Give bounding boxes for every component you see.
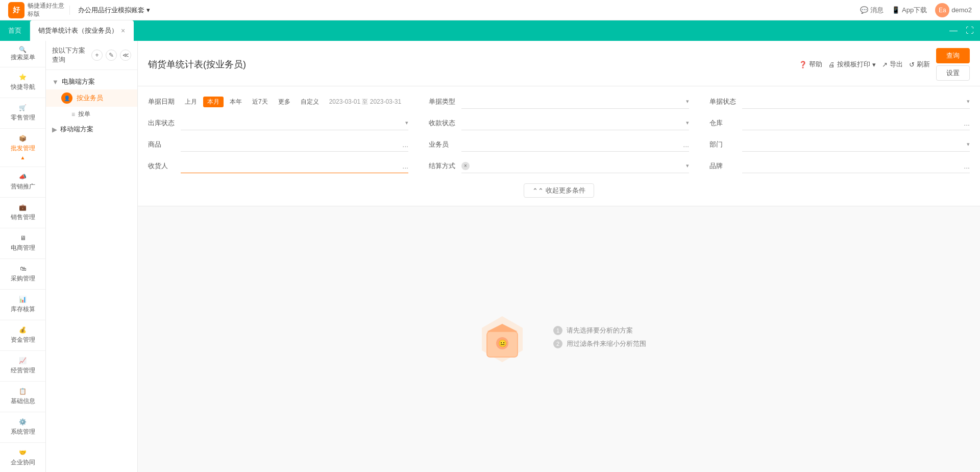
- tree-sub-item-order-label: 按单: [78, 110, 90, 119]
- order-scheme-icon: ≡: [71, 111, 75, 118]
- export-icon: ↗: [882, 61, 888, 68]
- tree-group-mobile-label: 移动端方案: [60, 125, 93, 134]
- settlement-clear-icon[interactable]: ×: [461, 162, 470, 170]
- filter-row-2: 出库状态 ▾ 收款状态 ▾ 仓库: [148, 116, 970, 130]
- recipient-dots-icon[interactable]: ...: [402, 162, 408, 170]
- tab-active-label: 销货单统计表（按业务员）: [38, 26, 118, 35]
- settlement-arrow-icon: ▾: [686, 162, 689, 169]
- warehouse-dots-icon[interactable]: ...: [964, 119, 970, 127]
- sidebar-item-marketing[interactable]: 📣 营销推广: [0, 167, 45, 198]
- filter-row-4: 收货人 ... 结算方式 × ▾: [148, 159, 970, 173]
- logo: 好 畅捷通好生意 标版: [8, 2, 64, 18]
- export-button[interactable]: ↗ 导出: [882, 60, 903, 69]
- collapse-button[interactable]: ⌃⌃ 收起更多条件: [524, 183, 594, 198]
- sidebar-item-base[interactable]: 📋 基础信息: [0, 382, 45, 412]
- tab-close-icon[interactable]: ×: [121, 27, 125, 35]
- tree-item-salesperson-label: 按业务员: [77, 93, 103, 103]
- payment-status-arrow-icon: ▾: [686, 120, 689, 126]
- finance-icon: 💰: [19, 326, 27, 334]
- workspace-selector[interactable]: 办公用品行业模拟账套 ▾: [69, 6, 150, 15]
- filter-row-1: 单据日期 上月 本月 本年 近7天 更多 自定义 2023-03-01 至 20…: [148, 95, 970, 109]
- message-icon: 💬: [860, 6, 868, 14]
- recipient-control[interactable]: ...: [181, 159, 408, 173]
- topbar-left: 好 畅捷通好生意 标版 办公用品行业模拟账套 ▾: [8, 2, 150, 18]
- doc-status-control[interactable]: ▾: [742, 95, 970, 109]
- salesperson-dots-icon[interactable]: ...: [683, 140, 689, 149]
- message-label: 消息: [870, 6, 884, 15]
- tab-expand-icon[interactable]: ⛶: [964, 24, 976, 37]
- sidebar-item-sales[interactable]: 💼 销售管理: [0, 198, 45, 228]
- hint-text-1: 请先选择要分析的方案: [567, 326, 633, 335]
- filter-dept: 部门 ▾: [709, 137, 970, 152]
- sidebar-item-operations[interactable]: 📈 经营管理: [0, 351, 45, 382]
- collapse-panel-button[interactable]: ≪: [120, 50, 131, 61]
- help-label: 帮助: [809, 60, 822, 69]
- tree-group-desktop-header[interactable]: ▼ 电脑端方案: [46, 74, 137, 89]
- date-tab-this-month[interactable]: 本月: [203, 97, 224, 107]
- tab-minimize-icon[interactable]: —: [947, 24, 960, 37]
- avatar: Ea: [935, 3, 949, 17]
- message-action[interactable]: 💬 消息: [860, 6, 884, 15]
- app-label: App下载: [902, 6, 927, 15]
- sidebar-item-retail[interactable]: 🛒 零售管理: [0, 98, 45, 129]
- sidebar-search[interactable]: 🔍 搜索菜单: [0, 41, 45, 67]
- dept-control[interactable]: ▾: [742, 137, 970, 152]
- help-button[interactable]: ❓ 帮助: [799, 60, 822, 69]
- add-scheme-button[interactable]: +: [91, 50, 103, 61]
- tree-group-mobile-header[interactable]: ▶ 移动端方案: [46, 122, 137, 137]
- refresh-button[interactable]: ↺ 刷新: [909, 60, 930, 69]
- edit-scheme-button[interactable]: ✎: [106, 50, 117, 61]
- sidebar-item-ecommerce[interactable]: 🖥 电商管理: [0, 228, 45, 259]
- inventory-icon: 📊: [19, 296, 27, 303]
- tab-active[interactable]: 销货单统计表（按业务员） ×: [30, 20, 134, 41]
- brand-control[interactable]: ...: [742, 159, 970, 173]
- sidebar-quick-nav[interactable]: ⭐ 快捷导航: [0, 67, 45, 98]
- sidebar-item-purchase[interactable]: 🛍 采购管理: [0, 259, 45, 290]
- empty-area: 😐 1 请先选择要分析的方案 2 用过滤条件来缩小分析范围: [138, 206, 980, 472]
- goods-dots-icon[interactable]: ...: [402, 140, 408, 149]
- warehouse-control[interactable]: ...: [742, 116, 970, 130]
- salesperson-control[interactable]: ...: [461, 137, 689, 152]
- sidebar-item-inventory[interactable]: 📊 库存核算: [0, 290, 45, 320]
- settlement-control[interactable]: × ▾: [461, 159, 689, 173]
- date-tabs: 上月 本月 本年 近7天 更多 自定义 2023-03-01 至 2023-03…: [181, 97, 408, 107]
- user-action[interactable]: Ea demo2: [935, 3, 972, 17]
- sidebar-item-wholesale[interactable]: 📦 批发管理 ▲: [0, 129, 45, 167]
- query-button[interactable]: 查询: [936, 48, 970, 63]
- tree-item-by-salesperson[interactable]: 👤 按业务员: [46, 89, 137, 107]
- filter-salesperson: 业务员 ...: [429, 137, 689, 152]
- sidebar-item-finance[interactable]: 💰 资金管理: [0, 320, 45, 351]
- warehouse-label: 仓库: [709, 119, 738, 128]
- marketing-label: 营销推广: [11, 182, 35, 191]
- out-status-arrow-icon: ▾: [405, 120, 408, 126]
- doc-type-control[interactable]: ▾: [461, 95, 689, 109]
- settings-button[interactable]: 设置: [936, 65, 970, 81]
- collapse-up-icon: ⌃⌃: [532, 187, 544, 195]
- date-tab-7days[interactable]: 近7天: [248, 97, 272, 107]
- export-label: 导出: [890, 60, 903, 69]
- date-tab-more[interactable]: 更多: [274, 97, 295, 107]
- filter-out-status: 出库状态 ▾: [148, 116, 408, 130]
- date-tab-custom[interactable]: 自定义: [297, 97, 323, 107]
- page-header: 销货单统计表(按业务员) ❓ 帮助 🖨 按模板打印 ▾ ↗ 导出 ↺ 刷新: [138, 41, 980, 86]
- marketing-icon: 📣: [19, 173, 27, 180]
- app-download-action[interactable]: 📱 App下载: [892, 6, 927, 15]
- sidebar-item-enterprise[interactable]: 🤝 企业协同: [0, 443, 45, 472]
- search-label: 搜索菜单: [4, 53, 41, 62]
- logo-icon: 好: [8, 2, 24, 18]
- print-button[interactable]: 🖨 按模板打印 ▾: [828, 60, 876, 69]
- workspace-label: 办公用品行业模拟账套: [78, 6, 144, 15]
- goods-control[interactable]: ...: [181, 137, 408, 152]
- tree-sub-item-by-order[interactable]: ≡ 按单: [46, 107, 137, 122]
- sidebar-item-system[interactable]: ⚙️ 系统管理: [0, 412, 45, 443]
- page-title: 销货单统计表(按业务员): [148, 58, 246, 70]
- date-tab-last-month[interactable]: 上月: [181, 97, 201, 107]
- tree-group-desktop: ▼ 电脑端方案 👤 按业务员 ≡ 按单: [46, 74, 137, 122]
- out-status-control[interactable]: ▾: [181, 116, 408, 130]
- empty-hint-1: 1 请先选择要分析的方案: [553, 326, 646, 335]
- payment-status-control[interactable]: ▾: [461, 116, 689, 130]
- tabs-bar: 首页 销货单统计表（按业务员） × — ⛶: [0, 20, 980, 41]
- brand-dots-icon[interactable]: ...: [964, 162, 970, 170]
- tab-home[interactable]: 首页: [0, 20, 30, 41]
- date-tab-this-year[interactable]: 本年: [226, 97, 246, 107]
